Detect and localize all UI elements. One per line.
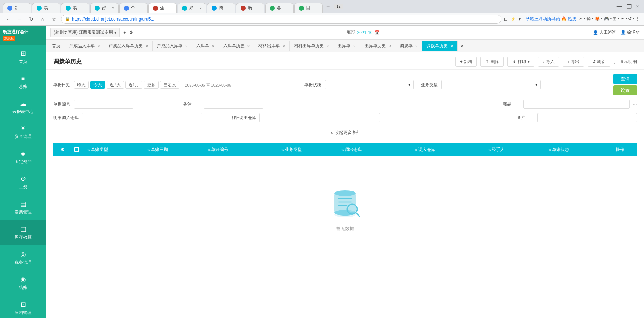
new-button[interactable]: + 新增 [455,57,477,67]
table-col-status[interactable]: ⇅ 单账状态 [546,147,604,153]
add-company-btn[interactable]: + [123,30,126,35]
goods-ellipsis-icon[interactable]: ··· [633,101,637,107]
browser-tab-5[interactable]: 个... [119,3,148,13]
close-tab-4-icon[interactable]: × [112,6,114,10]
table-col-gear[interactable]: ⚙ [56,147,69,152]
sidebar-item-closing[interactable]: ◉ 结账 [0,270,46,296]
company-selector[interactable]: (勿删勿禁用) 江西服宝测试专用 ▾ [50,28,120,37]
sidebar-item-payroll[interactable]: ⊙ 工资 [0,170,46,195]
print-button[interactable]: 🖨 打印 ▾ [507,57,534,67]
app-tab-home[interactable]: 首页 [48,41,65,51]
browser-tab-1[interactable]: 新... [3,3,31,13]
app-tab-product-in[interactable]: 产成品入库单 × [65,41,104,51]
table-col-out-wh[interactable]: ⇅ 调出仓库 [338,147,410,153]
sidebar-item-archive[interactable]: ⊡ 归档管理 [0,296,46,318]
settings-query-button[interactable]: 设置 [613,85,637,95]
goods-input[interactable] [523,100,630,109]
home-button[interactable]: ⌂ [38,15,47,23]
date-btn-1month[interactable]: 近1月 [125,81,143,89]
back-button[interactable]: ← [4,15,13,23]
browser-tab-9[interactable]: 畅... [236,3,264,13]
detail-in-input[interactable] [82,113,202,122]
close-browser-button[interactable]: × [634,3,641,10]
url-input[interactable]: 🔒 https://cloud.chanjet.com/accounting/u… [61,15,501,24]
sidebar-item-finance[interactable]: ¥ 资金管理 [0,120,46,145]
table-col-num[interactable]: ⇅ 单账编号 [205,147,277,153]
app-tab-material-out[interactable]: 材料出库单 × [254,41,289,51]
settings-gear-icon[interactable]: ⚙ [129,30,133,35]
browser-tab-3[interactable]: 易... [61,3,89,13]
tab-count[interactable]: 12 [334,4,343,9]
display-detail-checkbox[interactable] [614,60,618,64]
close-tab-7-icon[interactable]: × [199,6,201,10]
table-col-date[interactable]: ⇅ 单账日期 [144,147,203,153]
detail-out-input[interactable] [259,113,380,122]
close-app-tab-transfer-hist-icon[interactable]: × [451,44,453,48]
remark2-input[interactable] [537,113,637,122]
date-btn-7days[interactable]: 近7天 [107,81,124,89]
close-app-tab-material-out-hist-icon[interactable]: × [327,44,329,48]
delete-button[interactable]: 🗑 删除 [480,57,504,67]
browser-tab-6[interactable]: 企... [148,3,177,13]
browser-tab-10[interactable]: 各... [265,3,294,13]
app-tab-stock-in[interactable]: 入库单 × [192,41,219,51]
user-button[interactable]: 👤 徐泽华 [621,29,640,35]
close-app-tab-stock-out-hist-icon[interactable]: × [389,44,391,48]
docnum-input[interactable] [74,100,133,109]
app-tab-product-in2[interactable]: 产成品入库单 × [153,41,192,51]
table-col-biz[interactable]: ⇅ 业务类型 [278,147,337,153]
date-btn-yesterday[interactable]: 昨天 [74,81,89,89]
collapse-button[interactable]: ∧ 收起更多条件 [53,128,637,137]
browser-tab-2[interactable]: 易... [32,3,60,13]
bookmark-button[interactable]: ☆ [50,15,58,23]
new-tab-button[interactable]: + [323,3,333,10]
close-app-tab-stock-out-icon[interactable]: × [353,44,355,48]
export-button[interactable]: ↑ 导出 [563,57,584,67]
status-select[interactable]: ▾ [325,80,414,89]
close-app-tab-product-in-icon[interactable]: × [98,44,100,48]
sidebar-logo[interactable]: 畅捷通好会计 旗舰版 [0,26,46,45]
browser-tab-4[interactable]: 好... × [90,3,119,13]
import-button[interactable]: ↓ 导入 [538,57,559,67]
date-btn-custom[interactable]: 自定义 [160,81,179,89]
detail-in-ellipsis-icon[interactable]: ··· [205,115,209,121]
sidebar-item-tax[interactable]: ◎ 税务管理 [0,245,46,270]
close-app-tab-material-out-icon[interactable]: × [283,44,285,48]
app-tab-product-in-hist[interactable]: 产成品入库单历史 × [104,41,152,51]
date-btn-today[interactable]: 今天 [90,81,105,89]
refresh-button[interactable]: ↺ 刷新 [588,57,610,67]
browser-tab-11[interactable]: 目... [294,3,323,13]
forward-button[interactable]: → [16,15,24,23]
sidebar-item-invoice[interactable]: ▤ 发票管理 [0,195,46,220]
select-all-checkbox[interactable] [74,147,79,152]
query-button[interactable]: 查询 [613,74,637,84]
app-tab-stock-out-hist[interactable]: 出库单历史 × [360,41,395,51]
close-app-tab-product-in2-icon[interactable]: × [185,44,187,48]
sidebar-item-home[interactable]: ⊞ 首页 [0,45,46,70]
app-tab-stock-in-hist[interactable]: 入库单历史 × [219,41,254,51]
sidebar-item-report[interactable]: ☁ 云报表中心 [0,95,46,120]
minimize-button[interactable]: — [615,3,624,10]
table-col-handler[interactable]: ⇅ 经手人 [485,147,544,153]
app-tab-material-out-hist[interactable]: 材料出库单历史 × [290,41,333,51]
display-detail-checkbox-label[interactable]: 显示明细 [614,59,637,65]
app-tab-transfer[interactable]: 调拨单 × [395,41,422,51]
sidebar-item-fixed-assets[interactable]: ◈ 固定资产 [0,145,46,170]
browser-tab-7[interactable]: 好... × [178,3,206,13]
sidebar-item-ledger[interactable]: ≡ 总账 [0,70,46,95]
reload-button[interactable]: ↻ [27,15,36,23]
maximize-button[interactable]: ❐ [624,3,634,10]
detail-out-ellipsis-icon[interactable]: ··· [383,115,387,121]
biz-type-select[interactable]: ▾ [441,80,541,89]
sidebar-item-inventory[interactable]: ◫ 库存核算 [0,220,46,245]
app-tab-transfer-hist[interactable]: 调拨单历史 × [422,41,457,51]
app-tab-stock-out[interactable]: 出库单 × [333,41,360,51]
remark-input[interactable] [204,100,263,109]
close-app-tab-transfer-icon[interactable]: × [415,44,417,48]
close-all-tabs-icon[interactable]: × [460,43,464,49]
close-app-tab-stock-in-hist-icon[interactable]: × [247,44,250,48]
table-col-in-wh[interactable]: ⇅ 调入仓库 [412,147,484,153]
table-col-check[interactable] [70,147,83,152]
table-col-type[interactable]: ⇅ 单账类型 [84,147,143,153]
browser-tab-8[interactable]: 腾... [207,3,235,13]
